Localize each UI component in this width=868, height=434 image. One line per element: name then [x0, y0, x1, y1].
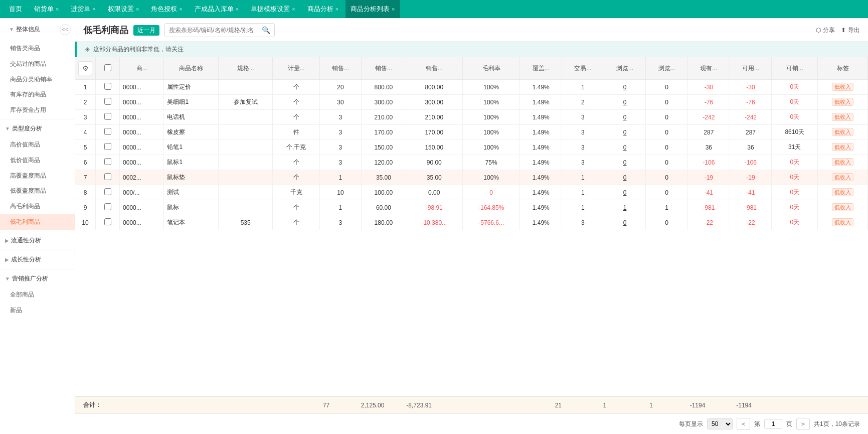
col-gear[interactable]: ⚙ — [75, 57, 96, 80]
col-current-stock[interactable]: 现有... — [688, 57, 730, 80]
nav-item-product-analysis[interactable]: 商品分析 × — [302, 0, 343, 18]
sidebar-group-circulation[interactable]: ▶ 流通性分析 — [0, 232, 75, 249]
cell-checkbox[interactable] — [96, 155, 120, 170]
sidebar-item-high-coverage[interactable]: 高覆盖度商品 — [0, 168, 75, 184]
sidebar-item-stock-capital[interactable]: 库存资金占用 — [0, 102, 75, 118]
row-checkbox[interactable] — [104, 188, 111, 195]
nav-close-product-analysis-list[interactable]: × — [392, 0, 395, 18]
search-input[interactable] — [169, 27, 262, 34]
nav-item-roles[interactable]: 角色授权 × — [146, 0, 187, 18]
cell-checkbox[interactable] — [96, 200, 120, 215]
cell-name: 鼠标垫 — [164, 170, 219, 185]
col-sale-profit[interactable]: 销售... — [406, 57, 462, 80]
cell-checkbox[interactable] — [96, 110, 120, 125]
col-gross-rate[interactable]: 毛利率 — [462, 57, 520, 80]
filter-tag-month[interactable]: 近一月 — [133, 25, 159, 36]
col-checkbox[interactable] — [96, 57, 120, 80]
export-button[interactable]: ⬆ 导出 — [841, 26, 860, 35]
cell-cover-rate: 1.49% — [520, 170, 562, 185]
col-sale-qty[interactable]: 销售... — [319, 57, 362, 80]
row-checkbox[interactable] — [104, 158, 111, 165]
col-browse1[interactable]: 浏览... — [604, 57, 646, 80]
select-all-checkbox[interactable] — [104, 64, 111, 71]
col-saleable-stock[interactable]: 可销... — [772, 57, 818, 80]
row-checkbox[interactable] — [104, 143, 111, 150]
nav-close-sales[interactable]: × — [56, 0, 59, 18]
col-avail-stock[interactable]: 可用... — [730, 57, 772, 80]
table-row: 1 0000... 属性定价 个 20 800.00 800.00 100% 1… — [75, 80, 868, 95]
cell-checkbox[interactable] — [96, 185, 120, 200]
nav-item-home[interactable]: 首页 — [4, 0, 27, 18]
nav-item-product-analysis-list[interactable]: 商品分析列表 × — [345, 0, 400, 18]
cell-spec — [218, 110, 273, 125]
row-checkbox[interactable] — [104, 128, 111, 135]
per-page-label: 每页显示 — [679, 420, 703, 428]
sidebar-group-growth[interactable]: ▶ 成长性分析 — [0, 251, 75, 268]
cell-saleable-stock: 8610天 — [772, 125, 818, 140]
sidebar-item-category-sales-rate[interactable]: 商品分类助销率 — [0, 72, 75, 87]
nav-close-product-analysis[interactable]: × — [335, 0, 338, 18]
sidebar-group-overall[interactable]: ▼ 整体信息 — [4, 21, 45, 38]
row-checkbox[interactable] — [104, 98, 111, 105]
nav-item-permissions[interactable]: 权限设置 × — [103, 0, 144, 18]
tag-badge: 低收入 — [832, 83, 853, 91]
search-icon[interactable]: 🔍 — [262, 26, 270, 34]
col-cover-rate[interactable]: 覆盖... — [520, 57, 562, 80]
sidebar-collapse-button[interactable]: << — [60, 24, 71, 35]
sidebar-item-low-value[interactable]: 低价值商品 — [0, 153, 75, 168]
next-page-button[interactable]: ＞ — [796, 418, 810, 430]
sidebar-item-high-value[interactable]: 高价值商品 — [0, 137, 75, 153]
col-code[interactable]: 商... — [120, 57, 164, 80]
nav-item-template[interactable]: 单据模板设置 × — [246, 0, 300, 18]
sidebar-group-type-analysis[interactable]: ▼ 类型度分析 — [0, 120, 75, 137]
sidebar-item-traded-goods[interactable]: 交易过的商品 — [0, 56, 75, 72]
gear-button[interactable]: ⚙ — [78, 61, 92, 75]
cell-tag: 低收入 — [818, 125, 868, 140]
cell-unit: 千克 — [273, 185, 319, 200]
per-page-select[interactable]: 50 20 100 — [707, 418, 733, 429]
nav-close-product-entry[interactable]: × — [236, 0, 239, 18]
sidebar-item-in-stock-goods[interactable]: 有库存的商品 — [0, 87, 75, 102]
row-checkbox[interactable] — [104, 218, 111, 225]
cell-checkbox[interactable] — [96, 95, 120, 110]
col-name[interactable]: 商品名称 — [164, 57, 219, 80]
row-checkbox[interactable] — [104, 113, 111, 120]
sidebar-item-low-margin[interactable]: 低毛利商品 — [0, 214, 75, 230]
cell-gross-rate: 100% — [462, 140, 520, 155]
cell-current-stock: 36 — [688, 140, 730, 155]
col-tag[interactable]: 标签 — [818, 57, 868, 80]
row-checkbox[interactable] — [104, 83, 111, 90]
sidebar-group-marketing[interactable]: ▼ 营销推广分析 — [0, 270, 75, 287]
nav-close-purchase[interactable]: × — [92, 0, 95, 18]
col-sale-amount[interactable]: 销售... — [362, 57, 406, 80]
share-button[interactable]: ⬡ 分享 — [816, 26, 835, 35]
row-checkbox[interactable] — [104, 173, 111, 180]
prev-page-button[interactable]: ＜ — [737, 418, 750, 430]
nav-close-roles[interactable]: × — [179, 0, 182, 18]
page-number-input[interactable] — [764, 419, 782, 429]
cell-checkbox[interactable] — [96, 215, 120, 230]
col-spec[interactable]: 规格... — [218, 57, 273, 80]
cell-cover-rate: 1.49% — [520, 80, 562, 95]
nav-item-sales[interactable]: 销货单 × — [29, 0, 64, 18]
nav-close-template[interactable]: × — [292, 0, 295, 18]
row-checkbox[interactable] — [104, 203, 111, 210]
sidebar-item-new-goods[interactable]: 新品 — [0, 303, 75, 318]
sidebar-item-sales-goods[interactable]: 销售类商品 — [0, 41, 75, 56]
cell-checkbox[interactable] — [96, 170, 120, 185]
cell-unit: 个 — [273, 155, 319, 170]
col-unit[interactable]: 计量... — [273, 57, 319, 80]
sidebar-item-low-coverage[interactable]: 低覆盖度商品 — [0, 183, 75, 199]
nav-item-product-entry[interactable]: 产成品入库单 × — [190, 0, 244, 18]
cell-checkbox[interactable] — [96, 125, 120, 140]
nav-close-permissions[interactable]: × — [136, 0, 139, 18]
cell-checkbox[interactable] — [96, 140, 120, 155]
col-browse2[interactable]: 浏览... — [646, 57, 688, 80]
cell-checkbox[interactable] — [96, 80, 120, 95]
col-trade-count[interactable]: 交易... — [562, 57, 604, 80]
table-row: 10 0000... 笔记本 535 个 3 180.00 -10,380...… — [75, 215, 868, 230]
sidebar-item-all-goods[interactable]: 全部商品 — [0, 287, 75, 303]
cell-browse1: 0 — [604, 140, 646, 155]
nav-item-purchase[interactable]: 进货单 × — [66, 0, 100, 18]
sidebar-item-high-margin[interactable]: 高毛利商品 — [0, 199, 75, 214]
